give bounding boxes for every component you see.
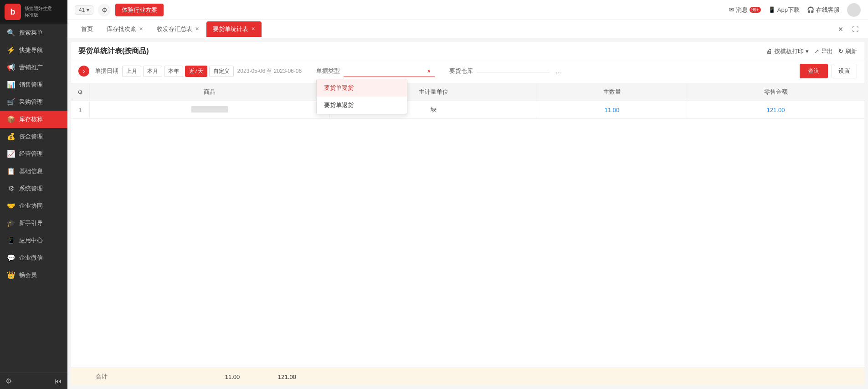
refresh-button[interactable]: ↻ 刷新 (838, 47, 857, 56)
chevron-down-icon: ▾ (87, 7, 89, 13)
export-button[interactable]: ↗ 导出 (814, 47, 833, 56)
date-range-display: 2023-05-06 至 2023-06-06 (237, 67, 302, 75)
chevron-up-icon: ∧ (427, 68, 431, 74)
data-table: ⚙ 商品 主计量单位 主数量 零售金额 1 块 11.00 121.00 (71, 83, 864, 119)
row-quantity: 11.00 (537, 101, 687, 119)
online-service-item[interactable]: 🎧 在线客服 (807, 6, 840, 14)
sidebar-item-搜索菜单[interactable]: 🔍搜索菜单 (0, 24, 67, 41)
type-label: 单据类型 (316, 67, 340, 75)
sidebar-item-采购管理[interactable]: 🛒采购管理 (0, 93, 67, 111)
filter-expand-button[interactable]: › (78, 66, 89, 77)
nav-icon: 🛒 (6, 98, 15, 106)
nav-label: 经营管理 (19, 150, 43, 158)
app-download-item[interactable]: 📱 App下载 (768, 6, 800, 14)
tab-close-icon[interactable]: ✕ (195, 26, 199, 32)
period-btn-近7天[interactable]: 近7天 (185, 66, 207, 77)
sidebar-bottom: ⚙ ⏮ (0, 373, 67, 389)
sidebar-item-企业协同[interactable]: 🤝企业协同 (0, 197, 67, 215)
type-select-value (347, 67, 427, 76)
row-amount: 121.00 (687, 101, 864, 119)
filter-bar: › 单据日期 上月本月本年近7天自定义 2023-05-06 至 2023-06… (71, 59, 864, 83)
tab-要货单统计表[interactable]: 要货单统计表✕ (206, 21, 262, 37)
tab-label: 库存批次账 (107, 25, 136, 33)
page-actions: 🖨 按模板打印 ▾ ↗ 导出 ↻ 刷新 (766, 47, 857, 56)
nav-icon: 📦 (6, 115, 15, 123)
sidebar-item-应用中心[interactable]: 📱应用中心 (0, 232, 67, 249)
nav-icon: 💬 (6, 254, 15, 262)
warehouse-input[interactable] (477, 70, 550, 72)
nav-icon: 📋 (6, 167, 15, 175)
footer-quantity: 11.00 (205, 374, 260, 380)
refresh-icon: ↻ (838, 48, 843, 55)
row-product (90, 101, 330, 119)
messages-badge: 99+ (750, 7, 761, 13)
nav-label: 系统管理 (19, 184, 43, 193)
topbar-settings-icon[interactable]: ⚙ (98, 4, 111, 16)
period-btn-本年[interactable]: 本年 (164, 66, 183, 77)
topbar-left: 41 ▾ ⚙ 体验行业方案 (75, 4, 729, 16)
nav-icon: 👑 (6, 271, 15, 279)
sidebar-item-畅会员[interactable]: 👑畅会员 (0, 266, 67, 284)
period-btn-上月[interactable]: 上月 (122, 66, 141, 77)
tab-label: 要货单统计表 (213, 25, 248, 33)
tabs-actions: ✕ ⛶ (835, 24, 861, 35)
sidebar-item-库存核算[interactable]: 📦库存核算 (0, 111, 67, 128)
settings-icon[interactable]: ⚙ (5, 377, 12, 385)
table-footer: 合计 11.00 121.00 (71, 368, 864, 385)
period-btn-自定义[interactable]: 自定义 (209, 66, 234, 77)
company-selector[interactable]: 41 ▾ (75, 5, 93, 15)
sidebar-item-基础信息[interactable]: 📋基础信息 (0, 163, 67, 180)
settings-button[interactable]: 设置 (832, 64, 857, 78)
nav-icon: 🤝 (6, 202, 15, 210)
nav-label: 库存核算 (19, 115, 43, 123)
dropdown-item-要货单退货[interactable]: 要货单退货 (317, 97, 407, 114)
nav-label: 销售管理 (19, 81, 43, 89)
nav-label: 快捷导航 (19, 46, 43, 54)
sidebar-item-资金管理[interactable]: 💰资金管理 (0, 128, 67, 145)
sidebar-item-新手引导[interactable]: 🎓新手引导 (0, 215, 67, 232)
nav-icon: 📊 (6, 81, 15, 89)
main-content: 41 ▾ ⚙ 体验行业方案 ✉ 消息 99+ 📱 App下载 🎧 在线客服 (67, 0, 868, 389)
close-all-tabs-button[interactable]: ✕ (835, 24, 846, 35)
maximize-button[interactable]: ⛶ (850, 24, 861, 35)
sidebar-item-企业微信[interactable]: 💬企业微信 (0, 249, 67, 266)
print-button[interactable]: 🖨 按模板打印 ▾ (766, 47, 809, 56)
nav-icon: 📢 (6, 63, 15, 72)
more-filter-icon[interactable]: … (555, 67, 562, 75)
headset-icon: 🎧 (807, 6, 814, 13)
sidebar: b 畅捷通好生意 标准版 🔍搜索菜单⚡快捷导航📢营销推广📊销售管理🛒采购管理📦库… (0, 0, 67, 389)
sidebar-logo: b 畅捷通好生意 标准版 (0, 0, 67, 24)
nav-icon: 📱 (6, 236, 15, 245)
messages-item[interactable]: ✉ 消息 99+ (729, 6, 761, 14)
sidebar-item-销售管理[interactable]: 📊销售管理 (0, 76, 67, 93)
trial-button[interactable]: 体验行业方案 (115, 4, 164, 16)
row-number: 1 (71, 101, 90, 119)
user-avatar[interactable] (847, 3, 861, 17)
print-icon: 🖨 (766, 48, 772, 55)
sidebar-nav: 🔍搜索菜单⚡快捷导航📢营销推广📊销售管理🛒采购管理📦库存核算💰资金管理📈经营管理… (0, 24, 67, 373)
tab-收发存汇总表[interactable]: 收发存汇总表✕ (150, 21, 205, 37)
export-icon: ↗ (814, 48, 819, 55)
nav-label: 企业微信 (19, 254, 43, 262)
warehouse-filter-section: 要货仓库 … (449, 67, 562, 75)
nav-icon: 📈 (6, 150, 15, 158)
type-select[interactable]: ∧ (344, 66, 435, 77)
sidebar-item-快捷导航[interactable]: ⚡快捷导航 (0, 41, 67, 59)
sidebar-item-经营管理[interactable]: 📈经营管理 (0, 145, 67, 163)
period-btn-本月[interactable]: 本月 (143, 66, 162, 77)
tab-close-icon[interactable]: ✕ (139, 26, 143, 32)
topbar-right: ✉ 消息 99+ 📱 App下载 🎧 在线客服 (729, 3, 861, 17)
collapse-icon[interactable]: ⏮ (55, 377, 62, 385)
tab-首页[interactable]: 首页 (75, 21, 99, 37)
tab-库存批次账[interactable]: 库存批次账✕ (100, 21, 149, 37)
sidebar-item-系统管理[interactable]: ⚙系统管理 (0, 180, 67, 197)
period-buttons: 上月本月本年近7天自定义 (122, 66, 234, 77)
footer-cells: 11.00 121.00 (114, 374, 858, 380)
tab-label: 收发存汇总表 (157, 25, 192, 33)
sidebar-item-营销推广[interactable]: 📢营销推广 (0, 59, 67, 76)
query-button[interactable]: 查询 (800, 64, 828, 78)
column-settings-icon[interactable]: ⚙ (71, 83, 90, 101)
page-container: 要货单统计表(按商品) 🖨 按模板打印 ▾ ↗ 导出 ↻ 刷新 › (71, 42, 864, 385)
dropdown-item-要货单要货[interactable]: 要货单要货 (317, 79, 407, 97)
tab-close-icon[interactable]: ✕ (251, 26, 255, 32)
